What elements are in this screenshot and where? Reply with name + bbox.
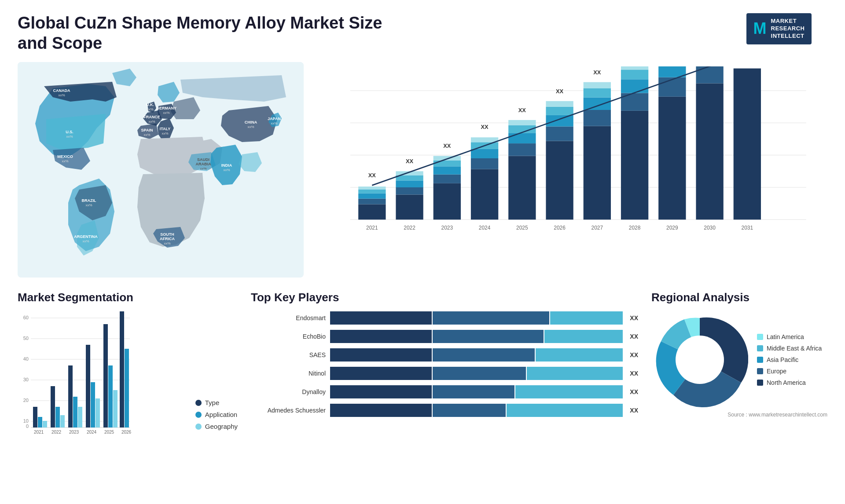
- legend-label-application: Application: [205, 411, 237, 418]
- bar-seg-1: [330, 348, 432, 362]
- svg-rect-42: [358, 186, 386, 189]
- player-value-admedes: XX: [630, 407, 638, 414]
- svg-text:CHINA: CHINA: [245, 120, 257, 124]
- player-value-endosmart: XX: [630, 314, 638, 321]
- player-bar-saes: [330, 348, 623, 362]
- svg-text:xx%: xx%: [58, 93, 65, 97]
- svg-text:GERMANY: GERMANY: [156, 106, 176, 110]
- svg-text:xx%: xx%: [82, 239, 89, 243]
- regional-legend-mea: Middle East & Africa: [757, 345, 822, 352]
- bar-seg-1: [330, 367, 432, 380]
- bar-chart-section: XX 2021 XX 2022 XX 2023 XX 20: [317, 62, 827, 278]
- map-svg: CANADA xx% U.S. xx% MEXICO xx% BRAZIL xx…: [18, 62, 304, 278]
- svg-text:CANADA: CANADA: [53, 88, 70, 93]
- svg-text:MEXICO: MEXICO: [57, 154, 73, 159]
- source-text: Source : www.marketresearchintellect.com: [651, 412, 827, 418]
- svg-rect-135: [91, 382, 95, 427]
- legend-label-geography: Geography: [205, 423, 238, 430]
- regional-legend-latin: Latin America: [757, 333, 822, 340]
- svg-text:AFRICA: AFRICA: [160, 237, 175, 241]
- bar-seg-3: [536, 348, 623, 362]
- svg-text:2028: 2028: [629, 225, 641, 231]
- world-map: CANADA xx% U.S. xx% MEXICO xx% BRAZIL xx…: [18, 62, 304, 278]
- svg-rect-136: [96, 398, 100, 427]
- legend-geography: Geography: [195, 423, 238, 430]
- player-name-admedes: Admedes Schuessler: [251, 407, 326, 414]
- player-value-saes: XX: [630, 351, 638, 358]
- bar-seg-2: [433, 348, 534, 362]
- svg-text:2024: 2024: [479, 225, 491, 231]
- player-name-nitinol: Nitinol: [251, 370, 326, 377]
- player-value-echobio: XX: [630, 333, 638, 340]
- svg-text:2023: 2023: [441, 225, 453, 231]
- bar-seg-2: [433, 330, 543, 343]
- svg-text:2030: 2030: [704, 225, 716, 231]
- bar-seg-2: [433, 367, 526, 380]
- svg-text:XX: XX: [518, 107, 526, 113]
- svg-rect-80: [584, 126, 611, 220]
- seg-legend: Type Application Geography: [195, 399, 238, 439]
- players-section: Top Key Players Endosmart XX EchoBio: [251, 291, 638, 458]
- svg-text:0: 0: [26, 424, 29, 429]
- player-bar-echobio: [330, 330, 623, 343]
- bar-seg-3: [550, 311, 623, 325]
- legend-color-na: [757, 380, 763, 386]
- player-row-nitinol: Nitinol XX: [251, 367, 638, 380]
- bar-seg-1: [330, 385, 432, 398]
- svg-text:XX: XX: [481, 124, 489, 130]
- svg-text:2021: 2021: [34, 430, 44, 435]
- svg-text:xx%: xx%: [85, 203, 92, 207]
- legend-color-latin: [757, 334, 763, 340]
- regional-title: Regional Analysis: [651, 291, 827, 304]
- svg-text:FRANCE: FRANCE: [143, 115, 160, 119]
- svg-text:xx%: xx%: [223, 168, 230, 172]
- bar-seg-2: [433, 404, 505, 417]
- svg-rect-47: [396, 181, 423, 188]
- logo-area: M MARKET RESEARCH INTELLECT: [731, 13, 827, 44]
- svg-text:JAPAN: JAPAN: [268, 117, 281, 121]
- svg-rect-77: [546, 101, 573, 107]
- svg-text:xx%: xx%: [247, 125, 254, 129]
- svg-text:xx%: xx%: [164, 241, 170, 245]
- svg-rect-143: [125, 349, 129, 427]
- player-bar-nitinol: [330, 367, 623, 380]
- svg-rect-128: [60, 415, 65, 427]
- svg-rect-127: [55, 407, 60, 427]
- legend-label-europe: Europe: [767, 368, 786, 375]
- svg-rect-76: [546, 107, 573, 115]
- regional-section: Regional Analysis: [651, 291, 827, 458]
- svg-text:xx%: xx%: [271, 121, 277, 125]
- bottom-row: Market Segmentation 60 50 40 30 20: [18, 291, 827, 458]
- legend-type: Type: [195, 399, 238, 406]
- bar-seg-3: [544, 330, 623, 343]
- legend-label-type: Type: [205, 399, 220, 406]
- svg-text:2024: 2024: [87, 430, 97, 435]
- svg-rect-81: [584, 110, 611, 126]
- svg-rect-142: [120, 311, 124, 427]
- regional-content: Latin America Middle East & Africa Asia …: [651, 311, 827, 408]
- player-bar-dynalloy: [330, 385, 623, 398]
- svg-rect-83: [584, 88, 611, 98]
- legend-dot-geography: [195, 424, 202, 430]
- svg-text:INDIA: INDIA: [221, 163, 232, 168]
- svg-rect-54: [434, 167, 461, 175]
- players-chart: Endosmart XX EchoBio XX: [251, 311, 638, 417]
- svg-rect-68: [508, 133, 536, 143]
- svg-rect-73: [546, 141, 573, 220]
- svg-rect-56: [434, 156, 461, 161]
- svg-text:xx%: xx%: [66, 135, 73, 139]
- seg-content: 60 50 40 30 20 10 0 2021: [18, 311, 238, 439]
- svg-text:50: 50: [23, 336, 29, 341]
- svg-rect-138: [103, 324, 108, 427]
- regional-legend-na: North America: [757, 379, 822, 386]
- page-header: Global CuZn Shape Memory Alloy Market Si…: [18, 13, 827, 53]
- svg-text:xx%: xx%: [62, 159, 68, 163]
- svg-text:xx%: xx%: [143, 133, 150, 137]
- players-title: Top Key Players: [251, 291, 638, 304]
- bar-seg-3: [527, 367, 623, 380]
- player-row-saes: SAES XX: [251, 348, 638, 362]
- svg-text:SOUTH: SOUTH: [160, 232, 174, 237]
- svg-rect-67: [508, 143, 536, 156]
- segmentation-section: Market Segmentation 60 50 40 30 20: [18, 291, 238, 458]
- svg-text:2026: 2026: [121, 430, 132, 435]
